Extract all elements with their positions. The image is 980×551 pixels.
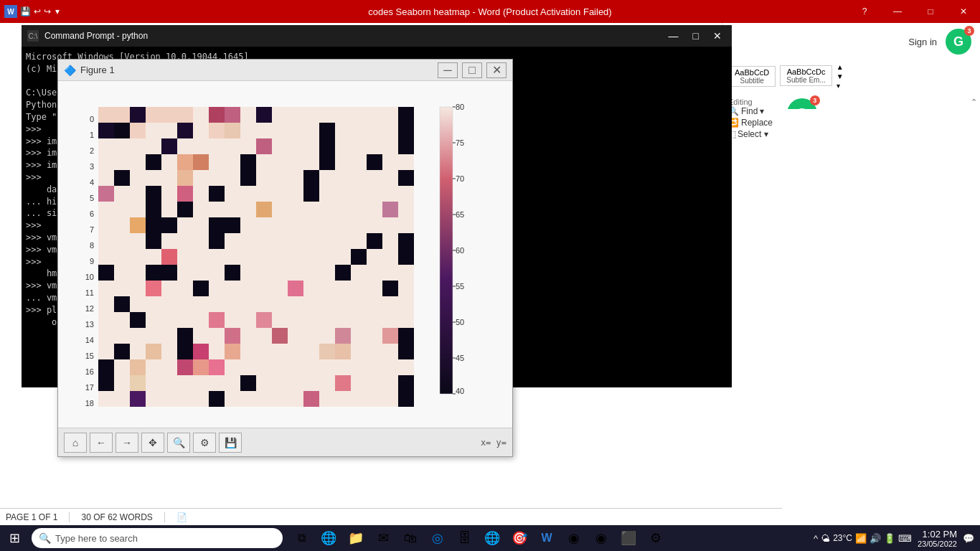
sign-in-button[interactable]: Sign in	[908, 37, 937, 47]
taskbar-file-explorer[interactable]: 📁	[343, 525, 369, 551]
notification-icon[interactable]: 💬	[963, 533, 974, 544]
svg-rect-261	[114, 281, 130, 296]
taskbar-task-view[interactable]: ⧉	[288, 525, 314, 551]
svg-rect-192	[288, 217, 303, 233]
svg-rect-196	[351, 217, 367, 233]
close-button[interactable]: ✕	[947, 0, 980, 23]
svg-rect-241	[114, 265, 130, 281]
svg-rect-403	[146, 391, 161, 407]
svg-rect-104	[161, 154, 177, 170]
styles-up-arrow[interactable]: ▲	[837, 63, 844, 71]
taskbar-settings-app[interactable]: ⚙	[643, 525, 669, 551]
svg-rect-333	[303, 328, 319, 344]
grammarly-icon[interactable]: G 3	[946, 29, 971, 55]
svg-rect-182	[130, 217, 146, 233]
volume-icon[interactable]: 🔊	[870, 533, 881, 544]
taskbar-chrome2[interactable]: ◉	[588, 525, 614, 551]
svg-rect-355	[335, 344, 351, 359]
svg-rect-325	[177, 328, 193, 344]
style-subtle-em[interactable]: AaBbCcDc Subtle Em...	[780, 65, 831, 86]
taskbar-chrome[interactable]: ◉	[561, 525, 587, 551]
ribbon-collapse-btn[interactable]: ⌃	[971, 95, 977, 108]
svg-rect-225	[177, 249, 193, 265]
select-button[interactable]: ⬚ Select ▾	[728, 129, 773, 139]
system-clock[interactable]: 1:02 PM 23/05/2022	[918, 529, 957, 548]
svg-rect-284	[161, 296, 177, 312]
svg-rect-47	[209, 107, 225, 123]
svg-rect-408	[225, 391, 240, 407]
svg-rect-280	[98, 296, 114, 312]
figure-close-btn[interactable]: ✕	[486, 62, 507, 78]
help-button[interactable]: ?	[848, 0, 881, 23]
svg-rect-222	[130, 249, 146, 265]
svg-rect-400	[98, 391, 114, 407]
cmd-title: Command Prompt - python	[44, 31, 659, 41]
taskbar-store[interactable]: 🛍	[397, 525, 423, 551]
taskbar-search-box[interactable]: 🔍 Type here to search	[32, 528, 283, 548]
styles-expand-arrow[interactable]: ▾	[837, 82, 844, 90]
taskbar-app9[interactable]: 🎯	[507, 525, 532, 551]
svg-rect-129	[240, 170, 256, 186]
svg-rect-317	[367, 312, 382, 328]
svg-rect-269	[240, 281, 256, 296]
cmd-maximize-btn[interactable]: □	[689, 30, 703, 42]
proofing-icon[interactable]: 📄	[176, 512, 187, 522]
svg-rect-194	[319, 217, 335, 233]
svg-rect-155	[335, 186, 351, 202]
configure-tool-btn[interactable]: ⚙	[193, 433, 216, 453]
styles-down-arrow[interactable]: ▼	[837, 72, 844, 80]
taskbar-terminal[interactable]: ⬛	[616, 525, 641, 551]
pan-tool-btn[interactable]: ✥	[141, 433, 164, 453]
taskbar-database[interactable]: 🗄	[452, 525, 478, 551]
style-subtitle[interactable]: AaBbCcD Subtitle	[728, 66, 776, 87]
svg-rect-203	[146, 233, 161, 249]
back-tool-btn[interactable]: ←	[90, 433, 113, 453]
quick-access-undo[interactable]: ↩	[34, 6, 41, 17]
svg-rect-159	[398, 186, 414, 202]
replace-button[interactable]: 🔁 Replace	[728, 118, 773, 128]
quick-access-save[interactable]: 💾	[20, 6, 31, 17]
taskbar-edge[interactable]: 🌐	[316, 525, 341, 551]
word-document-area[interactable]	[782, 109, 980, 525]
svg-rect-310	[256, 312, 272, 328]
battery-icon[interactable]: 🔋	[884, 533, 895, 544]
save-tool-btn[interactable]: 💾	[219, 433, 242, 453]
home-tool-btn[interactable]: ⌂	[64, 433, 87, 453]
svg-rect-365	[177, 359, 193, 375]
svg-text:70: 70	[456, 174, 464, 183]
keyboard-icon[interactable]: ⌨	[898, 533, 912, 544]
svg-rect-245	[177, 265, 193, 281]
zoom-tool-btn[interactable]: 🔍	[167, 433, 190, 453]
svg-rect-383	[146, 375, 161, 391]
network-icon[interactable]: 📶	[855, 533, 867, 544]
figure-minimize-btn[interactable]: ─	[438, 62, 458, 78]
svg-rect-75	[335, 123, 351, 138]
svg-rect-149	[240, 186, 256, 202]
cmd-minimize-btn[interactable]: —	[664, 30, 683, 42]
quick-access-more[interactable]: ▾	[55, 6, 60, 17]
svg-rect-402	[130, 391, 146, 407]
svg-rect-153	[303, 186, 319, 202]
minimize-button[interactable]: —	[881, 0, 914, 23]
window-title: codes Seaborn heatmap - Word (Product Ac…	[368, 6, 611, 17]
taskbar-browser2[interactable]: ◎	[425, 525, 451, 551]
svg-rect-242	[130, 265, 146, 281]
svg-rect-55	[335, 107, 351, 123]
svg-rect-41	[114, 107, 130, 123]
find-button[interactable]: 🔍 Find ▾	[728, 106, 773, 116]
maximize-button[interactable]: □	[914, 0, 947, 23]
start-button[interactable]: ⊞	[0, 525, 29, 551]
taskbar-word[interactable]: W	[534, 525, 560, 551]
cmd-close-btn[interactable]: ✕	[709, 30, 726, 42]
svg-rect-273	[303, 281, 319, 296]
taskbar-mail[interactable]: ✉	[370, 525, 396, 551]
svg-rect-100	[98, 154, 114, 170]
figure-maximize-btn[interactable]: □	[462, 62, 482, 78]
taskbar-browser3[interactable]: 🌐	[479, 525, 505, 551]
svg-rect-302	[130, 312, 146, 328]
svg-rect-306	[193, 312, 209, 328]
svg-rect-183	[146, 217, 161, 233]
quick-access-redo[interactable]: ↪	[44, 6, 51, 17]
forward-tool-btn[interactable]: →	[116, 433, 138, 453]
chevron-up-tray[interactable]: ^	[814, 533, 818, 544]
